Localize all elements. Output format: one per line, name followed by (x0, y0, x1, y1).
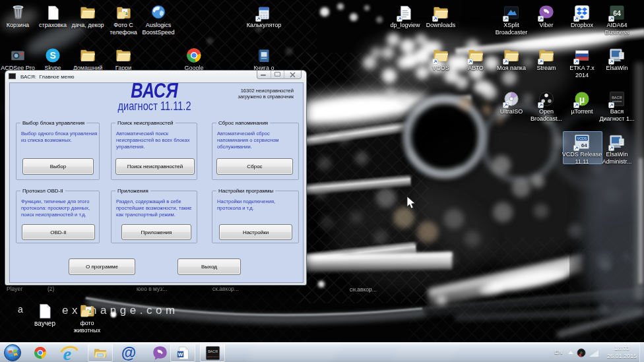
svg-text:диагност: диагност (207, 354, 218, 357)
svg-text:ВАСЯ: ВАСЯ (208, 349, 218, 353)
